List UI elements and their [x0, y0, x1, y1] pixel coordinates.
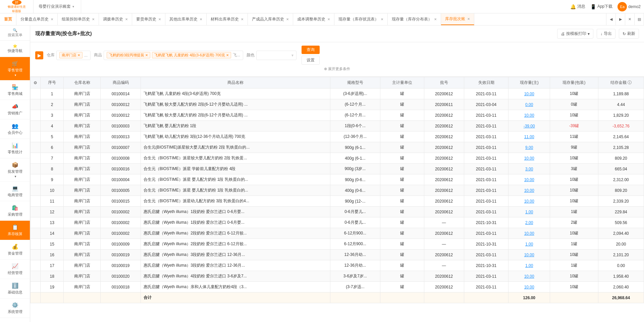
cell-stock-main[interactable]: 0.00 — [508, 99, 550, 110]
tab-close-btn[interactable]: ✕ — [625, 13, 635, 25]
sidebar-item-operation[interactable]: 📈 经营管理 — [0, 260, 30, 279]
tab-other-out[interactable]: 其他出库单历史 ✕ — [165, 13, 207, 25]
color-filter-select[interactable]: ▾ — [256, 51, 297, 60]
tab-request-close-icon[interactable]: ✕ — [158, 17, 161, 21]
warehouse-tag-1[interactable]: 南岸门店 ✕ — [59, 52, 83, 58]
system-icon: ⚙️ — [2, 302, 28, 308]
tab-batch-voucher-close-icon[interactable]: ✕ — [467, 17, 470, 21]
cell-name: 惠氏启腱（Wyeth illuma）1段奶粉 爱尔兰进口 0-6月婴... — [141, 217, 330, 228]
tab-tune-close-icon[interactable]: ✕ — [125, 17, 128, 21]
cell-name: 飞鹤星飞帆 较大婴儿配方奶粉 2段(6-12个月婴幼儿适用) ... — [141, 110, 330, 121]
tab-inventory-status[interactable]: 现存量（库存状况表） ✕ — [334, 13, 388, 25]
industry-selector[interactable]: 母婴行业演示账套 ▾ — [34, 0, 81, 13]
cell-expiry: 2021-03-11 — [464, 250, 508, 260]
product-filter-tags[interactable]: 飞鹤奶粉3段丙增提装 ✕ 飞鹤星飞帆 儿童奶粉 4段(3-6岁适用) 700克 … — [104, 51, 243, 60]
export-btn[interactable]: ↓ 导出 — [597, 29, 615, 39]
warehouse-tag-1-close-icon[interactable]: ✕ — [77, 53, 80, 57]
cell-unit: 罐 — [380, 196, 424, 207]
tab-other-out-close-icon[interactable]: ✕ — [200, 17, 202, 21]
tab-material-out-label: 材料出库单历史 — [211, 16, 239, 22]
product-more-dots[interactable]: 飞... — [233, 52, 240, 58]
cell-stock-main[interactable]: 1.00 — [508, 260, 550, 271]
tab-inventory-status-close-icon[interactable]: ✕ — [381, 17, 383, 21]
cell-stock-main[interactable]: 10.00 — [508, 153, 550, 164]
col-expiry: 失效日期 — [464, 77, 508, 89]
tab-product-in[interactable]: 产成品入库单历史 ✕ — [248, 13, 293, 25]
tab-combo-tear-close-icon[interactable]: ✕ — [92, 17, 95, 21]
sidebar-quick-nav[interactable]: ⭐ 快捷导航 — [0, 41, 30, 57]
user-area[interactable]: Ea demo2 — [618, 2, 641, 11]
cell-stock-main[interactable]: 10.00 — [508, 250, 550, 260]
cell-stock-main[interactable]: 10.00 — [508, 110, 550, 121]
product-tag-2[interactable]: 飞鹤星飞帆 儿童奶粉 4段(3-6岁适用) 700克 ✕ — [152, 52, 231, 58]
sidebar-item-wholesale[interactable]: 📦 批发管理 — [0, 158, 30, 182]
expand-more-btn[interactable]: ⊕ 展开更多条件 — [35, 65, 639, 73]
product-tag-1[interactable]: 飞鹤奶粉3段丙增提装 ✕ — [107, 52, 150, 58]
sidebar-item-finance[interactable]: 💰 资金管理 — [0, 240, 30, 260]
cell-stock-main[interactable]: 9.00 — [508, 142, 550, 153]
tab-menu-btn[interactable]: ▤ — [635, 13, 644, 25]
cell-stock-main[interactable]: 10.00 — [508, 228, 550, 239]
cell-expiry: 2021-03-11 — [464, 164, 508, 174]
sidebar-item-enterprise[interactable]: 🏢 企业协同 — [0, 318, 30, 322]
cell-name: 合生元（BIOSTIME）派星幼儿配方奶粉 3段 乳铁蛋白的4... — [141, 196, 330, 207]
tab-material-out[interactable]: 材料出库单历史 ✕ — [207, 13, 248, 25]
cell-name: 惠氏启腱（Wyeth illuma）3段奶粉 爱尔兰进口 12-36月... — [141, 250, 330, 260]
tab-cost-adjust-close-icon[interactable]: ✕ — [327, 17, 330, 21]
cell-stock-main[interactable]: 1.00 — [508, 239, 550, 250]
product-tag-1-close-icon[interactable]: ✕ — [145, 53, 148, 57]
warehouse-filter-tags[interactable]: 南岸门店 ✕ ... — [56, 51, 91, 60]
tab-split-disk[interactable]: 分量盘点单历史 ✕ — [16, 13, 58, 25]
cell-stock-main[interactable]: 10.00 — [508, 174, 550, 185]
cell-balance: 809.20 — [598, 185, 644, 196]
sidebar-item-basic[interactable]: ℹ️ 基础信息 — [0, 279, 30, 299]
search-btn[interactable]: 查询 — [302, 46, 320, 54]
filter-toggle-btn[interactable]: ▶ — [35, 51, 43, 59]
warehouse-more-dots[interactable]: ... — [84, 53, 88, 58]
sidebar-item-inventory[interactable]: 📋 库存核算 — [0, 221, 30, 240]
cell-stock-main[interactable]: 3.00 — [508, 164, 550, 174]
message-btn[interactable]: 🔔 消息 — [570, 4, 585, 9]
tab-batch-voucher[interactable]: 库存批次账 ✕ — [441, 13, 474, 25]
cell-stock-main[interactable]: 10.00 — [508, 271, 550, 282]
tab-material-out-close-icon[interactable]: ✕ — [241, 17, 244, 21]
cell-stock-main[interactable]: 10.00 — [508, 185, 550, 196]
tab-inventory-dist[interactable]: 现存量（库存分布表） ✕ — [388, 13, 441, 25]
tab-home[interactable]: 首页 — [0, 13, 16, 25]
cell-seq: 19 — [41, 282, 64, 292]
sidebar-item-retail-mgmt[interactable]: 🛒 零售管理 — [0, 57, 30, 80]
cell-stock-main[interactable]: 1.00 — [508, 207, 550, 217]
tab-combo-tear[interactable]: 组装拆卸单历史 ✕ — [58, 13, 99, 25]
tab-product-in-close-icon[interactable]: ✕ — [286, 17, 289, 21]
app-download-btn[interactable]: 📱 App下载 — [590, 4, 612, 9]
cell-stock-main[interactable]: 11.00 — [508, 131, 550, 142]
cell-stock-main[interactable]: 10.00 — [508, 196, 550, 207]
refresh-btn[interactable]: ↻ 刷新 — [619, 29, 639, 39]
product-tag-2-close-icon[interactable]: ✕ — [226, 53, 229, 57]
sidebar-item-retail-mall[interactable]: 🏪 零售商城 — [0, 80, 30, 100]
sidebar-item-system[interactable]: ⚙️ 系统管理 — [0, 299, 30, 318]
cell-stock-main[interactable]: 10.00 — [508, 89, 550, 99]
tab-next-btn[interactable]: ▶ — [616, 13, 625, 25]
tab-request[interactable]: 要货单历史 ✕ — [132, 13, 165, 25]
data-table: ⚙ 序号 仓库名称 商品编码 商品名称 规格型号 主计量单位 批号 失效日期 现… — [30, 77, 644, 303]
tab-prev-btn[interactable]: ◀ — [606, 13, 616, 25]
print-template-btn[interactable]: 🖨 按模板打印 ▾ — [557, 29, 593, 39]
tab-tune[interactable]: 调拨单历史 ✕ — [99, 13, 132, 25]
cell-stock-main[interactable]: 2.00 — [508, 217, 550, 228]
col-settings[interactable]: ⚙ — [31, 77, 41, 89]
setting-btn[interactable]: 设置 — [302, 56, 320, 65]
cell-stock-main[interactable]: -39.00 — [508, 121, 550, 131]
tab-cost-adjust[interactable]: 成本调整单历史 ✕ — [293, 13, 334, 25]
cell-stock-main[interactable]: 10.00 — [508, 282, 550, 292]
tab-nav-buttons: ◀ ▶ ✕ ▤ — [606, 13, 644, 25]
sidebar-item-marketing[interactable]: 📣 营销推广 — [0, 100, 30, 119]
sidebar-item-member[interactable]: 👥 会员中心 — [0, 119, 30, 139]
sidebar-item-ecommerce[interactable]: 💻 电商管理 — [0, 182, 30, 201]
sidebar-item-purchase[interactable]: 🛍️ 采购管理 — [0, 201, 30, 221]
tab-split-disk-close-icon[interactable]: ✕ — [51, 17, 53, 21]
tab-inventory-dist-close-icon[interactable]: ✕ — [434, 17, 437, 21]
operation-icon: 📈 — [2, 263, 28, 269]
sidebar-item-retail-stats[interactable]: 📊 零售统计 — [0, 139, 30, 158]
sidebar-search[interactable]: 🔍 搜索英单 — [0, 25, 30, 41]
